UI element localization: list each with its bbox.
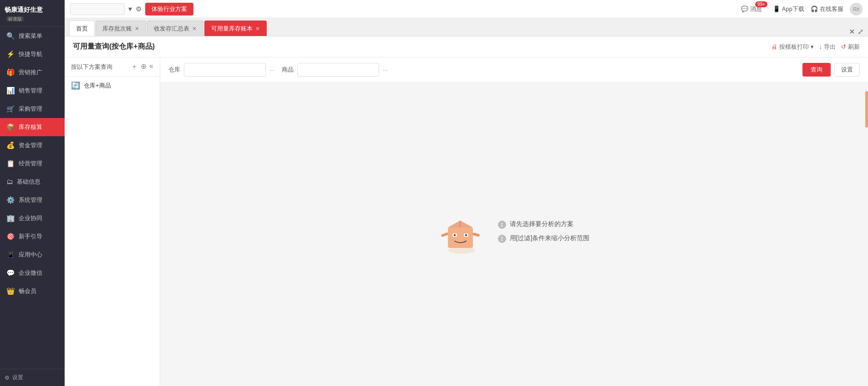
filter-item-label: 仓库+商品	[84, 82, 111, 90]
tab-batch-label: 库存批次账	[102, 25, 132, 33]
page-header-actions: 🖨 按模板打印 ▾ ↓ 导出 ↺ 刷新	[772, 43, 860, 51]
sidebar-item-shortcut[interactable]: ⚡快捷导航	[0, 45, 65, 63]
service-item[interactable]: 🎧 在线客服	[811, 5, 843, 13]
filter-item-icon: 🔄	[71, 81, 80, 90]
tab-batch[interactable]: 库存批次账 ✕	[96, 21, 146, 36]
message-item[interactable]: 💬 消息 99+	[741, 5, 762, 13]
page-header: 可用量查询(按仓库+商品) 🖨 按模板打印 ▾ ↓ 导出 ↺ 刷新	[65, 36, 868, 57]
settings-btn[interactable]: 设置	[834, 63, 860, 77]
tab-available-close[interactable]: ✕	[255, 26, 260, 32]
sidebar-item-inventory[interactable]: 📦库存核算	[0, 118, 65, 136]
filter-header-icons: ＋ ⊕ «	[131, 62, 153, 72]
sidebar-label-member: 畅会员	[19, 287, 36, 295]
query-actions: 查询 设置	[802, 63, 860, 77]
print-action[interactable]: 🖨 按模板打印 ▾	[772, 43, 814, 51]
svg-rect-8	[441, 232, 448, 237]
product-field: 商品 ···	[282, 63, 388, 77]
hint-text-2: 用[过滤]条件来缩小分析范围	[510, 234, 590, 242]
sidebar-item-member[interactable]: 👑畅会员	[0, 282, 65, 300]
empty-illustration	[439, 211, 484, 257]
sidebar-label-search: 搜索菜单	[19, 32, 42, 40]
sidebar-label-enterprise: 企业协同	[19, 214, 42, 222]
refresh-action[interactable]: ↺ 刷新	[841, 43, 860, 51]
sidebar-icon-newbie: 🎯	[6, 232, 15, 241]
sidebar-icon-enterprise: 🏢	[6, 214, 15, 222]
sidebar-icon-base: 🗂	[6, 178, 13, 185]
filter-item-warehouse-product[interactable]: 🔄 仓库+商品	[65, 77, 160, 94]
warehouse-more[interactable]: ···	[269, 67, 274, 73]
print-dropdown-icon[interactable]: ▾	[811, 43, 814, 50]
sidebar-label-shortcut: 快捷导航	[19, 50, 42, 58]
sidebar-icon-finance: 💰	[6, 141, 15, 149]
filter-header: 按以下方案查询 ＋ ⊕ «	[65, 57, 160, 77]
service-icon: 🎧	[811, 5, 818, 12]
sidebar-item-apps[interactable]: 📱应用中心	[0, 246, 65, 264]
tab-home[interactable]: 首页	[69, 21, 95, 36]
tab-batch-close[interactable]: ✕	[135, 26, 139, 32]
print-label: 按模板打印	[779, 43, 809, 51]
sidebar-label-inventory: 库存核算	[19, 123, 42, 131]
settings-icon: ⚙	[5, 375, 10, 381]
product-input[interactable]	[297, 63, 379, 77]
sidebar-item-sales[interactable]: 📊销售管理	[0, 82, 65, 100]
tab-available[interactable]: 可用量库存账本 ✕	[204, 21, 267, 36]
message-badge: 99+	[755, 1, 767, 7]
sidebar-icon-search: 🔍	[6, 32, 15, 40]
query-btn[interactable]: 查询	[802, 63, 831, 77]
content-area: 按以下方案查询 ＋ ⊕ « 🔄 仓库+商品 仓库 ···	[65, 57, 868, 386]
collapse-filter-icon[interactable]: «	[149, 62, 153, 72]
avatar[interactable]: Rit	[850, 3, 863, 15]
sidebar: 畅康通好生意 标准版 🔍搜索菜单⚡快捷导航🎁营销推广📊销售管理🛒采购管理📦库存核…	[0, 0, 65, 386]
gear-icon[interactable]: ⚙	[136, 5, 142, 13]
sidebar-item-wechat[interactable]: 💬企业微信	[0, 264, 65, 282]
refresh-icon: ↺	[841, 43, 846, 50]
sidebar-icon-purchase: 🛒	[6, 105, 15, 113]
sidebar-label-operation: 经营管理	[19, 160, 42, 168]
tabbar: 首页 库存批次账 ✕ 收发存汇总表 ✕ 可用量库存账本 ✕ ✕ ⤢	[65, 18, 868, 36]
tab-home-label: 首页	[76, 25, 88, 33]
empty-hint-2: 2 用[过滤]条件来缩小分析范围	[498, 234, 590, 243]
query-area: 仓库 ··· 商品 ··· 查询 设置	[160, 57, 868, 386]
sidebar-item-newbie[interactable]: 🎯新手引导	[0, 227, 65, 246]
sidebar-item-marketing[interactable]: 🎁营销推广	[0, 63, 65, 82]
tab-summary-close[interactable]: ✕	[192, 26, 197, 32]
empty-hint-1: 1 请先选择要分析的方案	[498, 220, 590, 229]
sidebar-item-operation[interactable]: 📋经营管理	[0, 154, 65, 173]
topbar-right: 💬 消息 99+ 📱 App下载 🎧 在线客服 Rit	[741, 3, 863, 15]
app-label: App下载	[782, 5, 804, 13]
sidebar-icon-apps: 📱	[6, 251, 15, 259]
sidebar-label-wechat: 企业微信	[19, 269, 42, 277]
sidebar-item-finance[interactable]: 💰资金管理	[0, 136, 65, 154]
industry-btn[interactable]: 体验行业方案	[145, 3, 193, 15]
sidebar-label-finance: 资金管理	[19, 141, 42, 149]
sidebar-logo-title: 畅康通好生意	[5, 5, 60, 15]
product-more[interactable]: ···	[383, 67, 388, 73]
config-filter-icon[interactable]: ⊕	[141, 62, 147, 72]
topbar: ▾ ⚙ 体验行业方案 💬 消息 99+ 📱 App下载 🎧 在线客服 Rit	[65, 0, 868, 18]
sidebar-item-enterprise[interactable]: 🏢企业协同	[0, 209, 65, 227]
sidebar-item-purchase[interactable]: 🛒采购管理	[0, 100, 65, 118]
warehouse-input[interactable]	[184, 63, 266, 77]
search-input[interactable]	[70, 3, 125, 15]
add-filter-icon[interactable]: ＋	[131, 62, 138, 72]
svg-rect-9	[472, 232, 480, 237]
sidebar-label-purchase: 采购管理	[19, 105, 42, 113]
tab-available-label: 可用量库存账本	[211, 25, 253, 33]
tab-expand-btn[interactable]: ⤢	[858, 27, 863, 36]
sidebar-item-base[interactable]: 🗂基础信息	[0, 173, 65, 191]
sidebar-settings-label: 设置	[12, 374, 23, 381]
dropdown-icon[interactable]: ▾	[128, 5, 132, 13]
sidebar-bottom[interactable]: ⚙ 设置	[0, 369, 65, 386]
export-action[interactable]: ↓ 导出	[819, 43, 836, 51]
sidebar-item-system[interactable]: ⚙️系统管理	[0, 191, 65, 209]
tab-summary[interactable]: 收发存汇总表 ✕	[147, 21, 203, 36]
right-scrollbar[interactable]	[865, 91, 868, 128]
print-icon: 🖨	[772, 43, 777, 50]
sidebar-label-newbie: 新手引导	[19, 232, 42, 241]
tab-close-btn[interactable]: ✕	[849, 27, 855, 36]
app-download-item[interactable]: 📱 App下载	[773, 5, 804, 13]
sidebar-icon-operation: 📋	[6, 160, 15, 168]
sidebar-logo-badge: 标准版	[6, 16, 24, 21]
sidebar-label-apps: 应用中心	[19, 251, 42, 259]
sidebar-item-search[interactable]: 🔍搜索菜单	[0, 27, 65, 45]
